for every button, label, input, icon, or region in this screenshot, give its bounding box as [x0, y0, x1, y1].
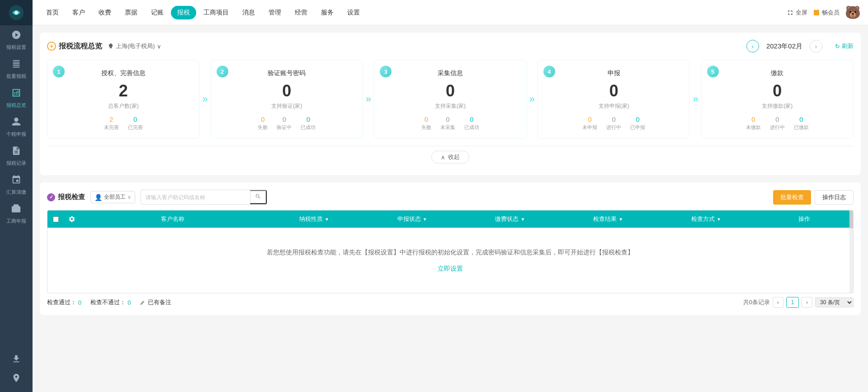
step-1-count: 2	[55, 81, 192, 100]
step-1-title: 授权、完善信息	[55, 69, 192, 77]
th-gear[interactable]	[64, 215, 80, 223]
operation-log-btn[interactable]: 操作日志	[815, 190, 854, 205]
step-4-title: 申报	[545, 69, 682, 77]
avatar: 🐻	[845, 5, 861, 20]
nav-accounting[interactable]: 记账	[145, 6, 170, 19]
stat-filed: 0 已申报	[630, 115, 645, 131]
arrow-4-5: »	[690, 60, 701, 139]
sidebar-item-tax-overview[interactable]: 报税总览	[0, 83, 33, 112]
nav-services[interactable]: 服务	[315, 6, 340, 19]
step-5-card: 5 缴款 0 支持缴款(家) 0 未缴款 0 进行中	[701, 60, 854, 139]
step-1-card: 1 授权、完善信息 2 总客户数(家) 2 未完善 0 已完善	[47, 60, 199, 139]
collapse-btn[interactable]: ∧ 收起	[431, 151, 469, 163]
step-5-title: 缴款	[709, 69, 846, 77]
pagination: 共0条记录 ‹ 1 › 30 条/页 50 条/页 100 条/页	[743, 297, 854, 308]
pass-count[interactable]: 0	[78, 299, 81, 306]
app-logo	[0, 0, 33, 25]
nav-home[interactable]: 首页	[40, 6, 65, 19]
step-1-stats: 2 未完善 0 已完善	[55, 115, 192, 131]
refresh-btn[interactable]: ↻ 刷新	[835, 42, 854, 50]
table-content: 客户名称 纳税性质 ▼ 申报状态 ▼ 缴费状态 ▼	[47, 210, 853, 293]
sidebar-item-annual-settlement[interactable]: 汇算清缴	[0, 170, 33, 199]
nav-settings[interactable]: 设置	[341, 6, 366, 19]
month-navigation: ‹ 2023年02月 ›	[746, 40, 822, 53]
nav-management[interactable]: 管理	[262, 6, 288, 19]
th-tax-nature[interactable]: 纳税性质 ▼	[265, 210, 363, 228]
search-button[interactable]	[250, 190, 267, 204]
nav-fees[interactable]: 收费	[92, 6, 118, 19]
steps-row: 1 授权、完善信息 2 总客户数(家) 2 未完善 0 已完善	[47, 60, 854, 139]
search-input[interactable]	[141, 192, 250, 203]
nav-business[interactable]: 工商项目	[197, 6, 235, 19]
svg-point-1	[14, 11, 18, 14]
th-checkbox[interactable]	[47, 216, 64, 222]
sidebar-item-location[interactable]	[0, 368, 33, 387]
sidebar: 报税设置 批量报税 报税总览 个税申报 报税记录 汇算清缴 工商	[0, 0, 33, 392]
step-3-subtitle: 支持采集(家)	[382, 102, 519, 110]
sidebar-item-tax-settings[interactable]: 报税设置	[0, 25, 33, 54]
fail-count[interactable]: 0	[127, 299, 131, 306]
arrow-3-4: »	[527, 60, 538, 139]
current-page[interactable]: 1	[786, 297, 799, 308]
step-4-count: 0	[545, 81, 682, 100]
next-page-btn[interactable]: ›	[802, 297, 812, 308]
th-payment-status[interactable]: 缴费状态 ▼	[461, 210, 559, 228]
search-box	[141, 190, 267, 205]
stat-complete: 0 已完善	[128, 115, 143, 131]
nav-messages[interactable]: 消息	[236, 6, 261, 19]
nav-invoices[interactable]: 票据	[118, 6, 144, 19]
total-records: 共0条记录	[743, 298, 770, 306]
collapse-bar: ∧ 收起	[47, 146, 854, 168]
fullscreen-btn[interactable]: 全屏	[787, 9, 807, 17]
sidebar-item-batch-tax[interactable]: 批量报税	[0, 54, 33, 83]
top-navigation: 首页 客户 收费 票据 记账 报税 工商项目 消息 管理 经营 服务 设置 全屏…	[33, 0, 868, 25]
page-size-selector[interactable]: 30 条/页 50 条/页 100 条/页	[815, 297, 854, 307]
th-check-method[interactable]: 检查方式 ▼	[657, 210, 755, 228]
tax-overview-icon	[11, 88, 21, 100]
batch-check-btn[interactable]: 批量检查	[773, 190, 811, 205]
prev-month-btn[interactable]: ‹	[746, 40, 759, 53]
location-badge[interactable]: 上海(电子税局) ∨	[108, 42, 161, 50]
filter-icon-2: ▼	[423, 217, 427, 222]
nav-operations[interactable]: 经营	[288, 6, 314, 19]
step-2-num: 2	[217, 66, 228, 77]
footer-fail: 检查不通过： 0	[90, 298, 131, 306]
th-check-result[interactable]: 检查结果 ▼	[559, 210, 657, 228]
nav-items: 首页 客户 收费 票据 记账 报税 工商项目 消息 管理 经营 服务 设置	[40, 6, 787, 19]
sidebar-item-tax-records[interactable]: 报税记录	[0, 141, 33, 170]
stat-not-filed: 0 未申报	[582, 115, 597, 131]
stat-collected: 0 已成功	[464, 115, 479, 131]
th-filing-status[interactable]: 申报状态 ▼	[363, 210, 461, 228]
step-5-stats: 0 未缴款 0 进行中 0 已缴款	[709, 115, 846, 131]
prev-page-btn[interactable]: ‹	[773, 297, 783, 308]
footer-note: 已有备注	[140, 298, 171, 306]
select-all-checkbox[interactable]	[53, 216, 59, 222]
setup-link[interactable]: 立即设置	[438, 265, 463, 272]
sidebar-item-label: 汇算清缴	[6, 189, 26, 196]
location-icon	[11, 373, 21, 384]
check-title: ✓ 报税检查	[47, 193, 85, 201]
th-customer-name: 客户名称	[80, 210, 265, 228]
scroll-thumb[interactable]	[849, 210, 853, 229]
th-operation: 操作	[755, 210, 853, 228]
step-2-title: 验证账号密码	[218, 69, 355, 77]
step-3-card: 3 采集信息 0 支持采集(家) 0 失败 0 未采集	[374, 60, 526, 139]
sidebar-item-annual-report[interactable]: 工商年报	[0, 199, 33, 228]
scroll-track[interactable]	[849, 210, 853, 293]
location-chevron-icon: ∨	[157, 43, 161, 50]
step-3-title: 采集信息	[382, 69, 519, 77]
sidebar-item-download[interactable]	[0, 349, 33, 368]
filter-icon-5: ▼	[717, 217, 721, 222]
nav-customer[interactable]: 客户	[66, 6, 91, 19]
table-container: 客户名称 纳税性质 ▼ 申报状态 ▼ 缴费状态 ▼	[47, 210, 854, 293]
staff-selector[interactable]: 👤 全部员工 ∨	[90, 191, 135, 203]
next-month-btn[interactable]: ›	[810, 40, 822, 53]
fullscreen-label: 全屏	[796, 9, 807, 17]
filter-icon-4: ▼	[618, 217, 623, 222]
download-icon	[11, 354, 21, 365]
stat-filing: 0 进行中	[606, 115, 621, 131]
nav-tax[interactable]: 报税	[171, 6, 196, 19]
step-5-num: 5	[707, 66, 719, 77]
member-btn[interactable]: 畅会员	[813, 9, 840, 17]
sidebar-item-personal-tax[interactable]: 个税申报	[0, 112, 33, 141]
